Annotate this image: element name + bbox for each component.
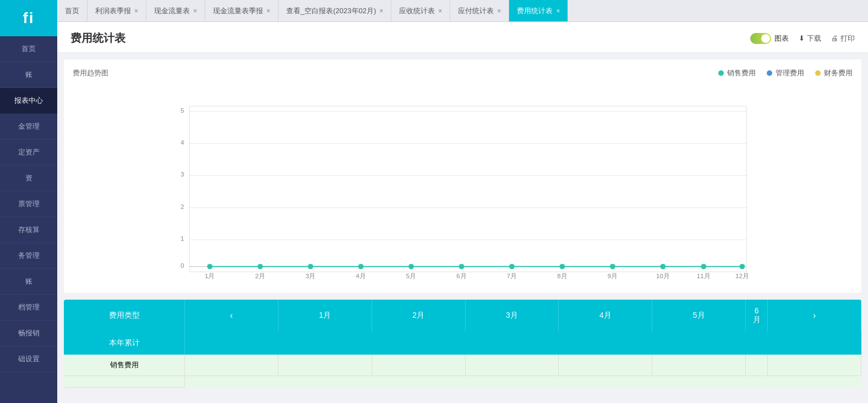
tab-profit-quarterly[interactable]: 利润表季报 ×: [88, 0, 146, 21]
svg-text:8月: 8月: [557, 272, 567, 279]
svg-text:6月: 6月: [456, 272, 466, 279]
table-section: 费用类型 ‹ 1月 2月 3月 4月 5月 6月 › 本年累计 销售费用: [64, 300, 861, 388]
page-header: 费用统计表 图表 ⬇ 下载 🖨 打印: [57, 22, 868, 53]
tab-cashflow[interactable]: 现金流量表 ×: [146, 0, 205, 21]
legend-sales: 销售费用: [718, 68, 756, 78]
svg-text:0: 0: [181, 262, 184, 269]
legend-label-finance: 财务费用: [824, 68, 853, 78]
table-header-row: 费用类型 ‹ 1月 2月 3月 4月 5月 6月 › 本年累计: [64, 300, 861, 355]
table-row-sales: 销售费用: [64, 355, 861, 388]
close-tab-payable[interactable]: ×: [497, 7, 501, 15]
legend-dot-admin: [767, 70, 772, 76]
table-cell-m4: [559, 355, 652, 376]
svg-rect-12: [189, 106, 746, 272]
sidebar-item-settings[interactable]: 础设置: [0, 346, 57, 372]
legend-admin: 管理费用: [767, 68, 804, 78]
svg-point-25: [207, 264, 212, 269]
table-header-m1: 1月: [279, 300, 372, 332]
svg-point-31: [509, 264, 515, 269]
close-tab-cashflow-quarterly[interactable]: ×: [266, 7, 270, 15]
close-tab-cashflow[interactable]: ×: [193, 7, 197, 15]
tab-payable[interactable]: 应付统计表 ×: [450, 0, 509, 21]
svg-text:4: 4: [181, 139, 184, 146]
chart-toggle-wrap: 图表: [750, 33, 789, 44]
svg-point-30: [459, 264, 465, 269]
table-cell-m5: [652, 355, 746, 376]
sidebar-item-expense[interactable]: 畅报销: [0, 321, 57, 346]
svg-point-29: [408, 264, 414, 269]
chart-area: 5 4 3 2 1 0 1月 2月: [73, 85, 853, 284]
sidebar-item-reports[interactable]: 报表中心: [0, 88, 57, 114]
table-header-m5: 5月: [652, 300, 746, 332]
close-tab-profit-quarterly[interactable]: ×: [134, 7, 138, 15]
tab-receivable[interactable]: 应收统计表 ×: [391, 0, 450, 21]
sidebar-item-account[interactable]: 账: [0, 62, 57, 88]
tab-cashflow-quarterly[interactable]: 现金流量表季报 ×: [205, 0, 279, 21]
sidebar-item-home[interactable]: 首页: [0, 36, 57, 62]
download-button[interactable]: ⬇ 下载: [799, 34, 821, 43]
close-tab-blank-report[interactable]: ×: [379, 7, 383, 15]
table-cell-m2: [372, 355, 466, 376]
svg-point-36: [740, 264, 745, 269]
svg-text:2月: 2月: [255, 272, 265, 279]
table-header-m6: 6月: [746, 300, 768, 332]
print-button[interactable]: 🖨 打印: [831, 34, 855, 43]
svg-point-28: [358, 264, 364, 269]
close-tab-expense-stats[interactable]: ×: [556, 7, 560, 15]
print-icon: 🖨: [831, 34, 838, 42]
sidebar-item-cash[interactable]: 金管理: [0, 114, 57, 140]
svg-point-32: [560, 264, 565, 269]
sidebar: fi 首页 账 报表中心 金管理 定资产 资 票管理 存核算 务管理 账 档管理…: [0, 0, 57, 403]
table-cell-total: [64, 376, 185, 388]
sidebar-item-service[interactable]: 务管理: [0, 243, 57, 269]
sidebar-item-files[interactable]: 档管理: [0, 295, 57, 321]
line-chart-svg: 5 4 3 2 1 0 1月 2月: [73, 85, 853, 283]
table-cell-m1: [279, 355, 372, 376]
svg-text:5: 5: [181, 107, 184, 114]
sidebar-item-ledger[interactable]: 账: [0, 269, 57, 295]
svg-point-34: [660, 264, 666, 269]
table-header-type: 费用类型: [64, 300, 185, 332]
svg-text:10月: 10月: [656, 272, 670, 279]
svg-point-27: [308, 264, 313, 269]
sidebar-item-assets[interactable]: 定资产: [0, 140, 57, 165]
logo: fi: [0, 0, 57, 36]
table-header-m2: 2月: [372, 300, 466, 332]
page-content: 费用统计表 图表 ⬇ 下载 🖨 打印 费用趋势图: [57, 22, 868, 403]
chart-section: 费用趋势图 销售费用 管理费用 财务费用: [64, 59, 861, 293]
legend-finance: 财务费用: [815, 68, 853, 78]
svg-text:1: 1: [181, 235, 184, 242]
table-nav-prev[interactable]: ‹: [185, 300, 279, 332]
tab-home[interactable]: 首页: [57, 0, 88, 21]
svg-text:4月: 4月: [356, 272, 365, 279]
svg-text:3月: 3月: [305, 272, 315, 279]
table-cell-nav-empty: [768, 355, 861, 376]
chart-toggle[interactable]: [750, 33, 771, 44]
tab-blank-report[interactable]: 查看_空白报表(2023年02月) ×: [279, 0, 391, 21]
main-area: 首页 利润表季报 × 现金流量表 × 现金流量表季报 × 查看_空白报表(202…: [57, 0, 868, 403]
tab-expense-stats[interactable]: 费用统计表 ×: [509, 0, 568, 21]
sidebar-item-salary[interactable]: 资: [0, 165, 57, 191]
svg-point-26: [258, 264, 263, 269]
chart-title: 费用趋势图: [73, 68, 108, 78]
svg-text:11月: 11月: [697, 272, 711, 279]
svg-text:1月: 1月: [205, 272, 215, 279]
svg-text:7月: 7月: [507, 272, 517, 279]
svg-text:9月: 9月: [608, 272, 618, 279]
sidebar-item-inventory[interactable]: 存核算: [0, 217, 57, 243]
page-title: 费用统计表: [70, 31, 125, 46]
close-tab-receivable[interactable]: ×: [438, 7, 442, 15]
svg-text:5月: 5月: [406, 272, 416, 279]
table-nav-next[interactable]: ›: [768, 300, 861, 332]
legend-dot-sales: [718, 70, 724, 76]
sidebar-item-invoice[interactable]: 票管理: [0, 191, 57, 217]
table-header-total: 本年累计: [64, 332, 185, 355]
tabs-bar: 首页 利润表季报 × 现金流量表 × 现金流量表季报 × 查看_空白报表(202…: [57, 0, 868, 22]
legend-dot-finance: [815, 70, 821, 76]
svg-text:12月: 12月: [735, 272, 749, 279]
svg-text:3: 3: [181, 170, 184, 178]
table-cell-type: 销售费用: [64, 355, 185, 376]
svg-text:2: 2: [181, 203, 184, 210]
header-actions: 图表 ⬇ 下载 🖨 打印: [750, 33, 855, 44]
table-cell-m3: [466, 355, 559, 376]
